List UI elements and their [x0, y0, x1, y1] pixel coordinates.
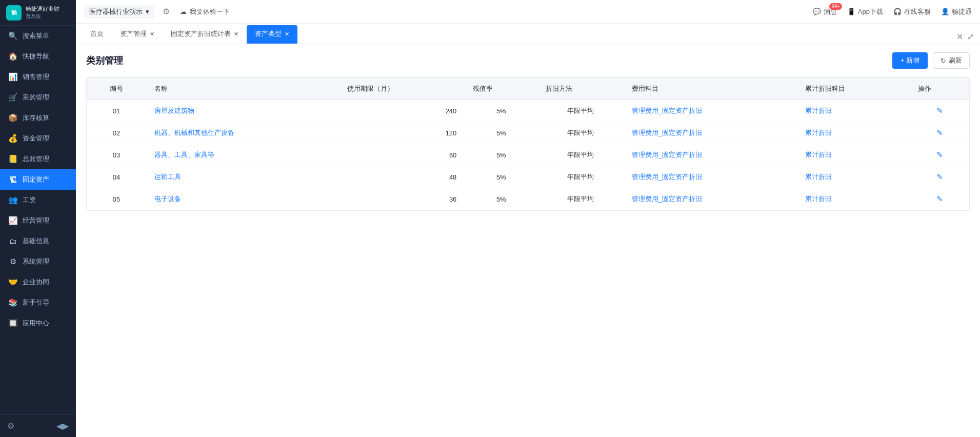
message-btn[interactable]: 💬 消息 99+ [813, 7, 837, 16]
inventory-icon: 📦 [8, 113, 17, 123]
cell-residual: 5% [465, 166, 537, 188]
table-body: 01 房屋及建筑物 240 5% 年限平均 管理费用_固定资产折旧 累计折旧 ✎… [87, 100, 969, 210]
sidebar-item-label: 搜索菜单 [23, 31, 49, 41]
sidebar-item-base-info[interactable]: 🗂 基础信息 [0, 231, 76, 251]
service-btn[interactable]: 🎧 在线客服 [893, 7, 931, 16]
sidebar-item-quick-nav[interactable]: 🏠 快捷导航 [0, 46, 76, 67]
page-title: 类别管理 [86, 54, 123, 67]
operations-icon: 📈 [8, 216, 17, 225]
cell-accum-account: 累计折旧 [797, 100, 910, 122]
app-logo-icon: 畅 [6, 5, 22, 21]
search-icon: 🔍 [8, 31, 17, 41]
base-info-icon: 🗂 [8, 236, 17, 246]
cell-name: 机器、机械和其他生产设备 [146, 122, 339, 144]
table-row: 04 运输工具 48 5% 年限平均 管理费用_固定资产折旧 累计折旧 ✎ [87, 166, 969, 188]
user-btn[interactable]: 👤 畅捷通 [941, 7, 972, 16]
cell-period: 120 [339, 122, 465, 144]
tab-close-fixed-asset-table[interactable]: ✕ [234, 31, 238, 37]
sidebar-item-search[interactable]: 🔍 搜索菜单 [0, 26, 76, 46]
tab-asset-mgmt[interactable]: 资产管理✕ [112, 25, 163, 44]
table-row: 03 器具、工具、家具等 60 5% 年限平均 管理费用_固定资产折旧 累计折旧… [87, 144, 969, 166]
table-column-header: 操作 [910, 78, 969, 100]
tab-home[interactable]: 首页 [82, 25, 112, 44]
tab-close-asset-type[interactable]: ✕ [285, 31, 289, 37]
cell-accum-account: 累计折旧 [797, 144, 910, 166]
cell-expense-account: 管理费用_固定资产折旧 [624, 166, 797, 188]
cell-action: ✎ [910, 100, 969, 122]
sidebar-item-label: 新手引导 [23, 298, 49, 307]
sidebar-item-system[interactable]: ⚙ 系统管理 [0, 251, 76, 272]
close-tab-icon[interactable]: ✕ [956, 32, 963, 42]
sidebar-item-app-center[interactable]: 🔲 应用中心 [0, 313, 76, 333]
table-column-header: 残值率 [465, 78, 537, 100]
table-header: 编号名称使用期限（月）残值率折旧方法费用科目累计折旧科目操作 [87, 78, 969, 100]
sidebar-item-label: 库存核算 [23, 113, 49, 123]
collapse-icon[interactable]: ◀▶ [56, 421, 69, 431]
ledger-icon: 📒 [8, 154, 17, 164]
sidebar-item-label: 经营管理 [23, 216, 49, 225]
sidebar: 畅 畅捷通好业财 普及版 🔍 搜索菜单 🏠 快捷导航 📊 销售管理 🛒 采购管理… [0, 0, 76, 437]
experience-btn[interactable]: ☁ 我要体验一下 [180, 7, 230, 16]
sidebar-item-label: 固定资产 [23, 175, 49, 184]
sidebar-item-ledger[interactable]: 📒 总账管理 [0, 149, 76, 169]
sidebar-item-fixed-asset[interactable]: 🏗 固定资产 [0, 169, 76, 190]
cell-id: 05 [87, 188, 146, 210]
sidebar-item-label: 快捷导航 [23, 52, 49, 61]
cell-expense-account: 管理费用_固定资产折旧 [624, 144, 797, 166]
tab-label-fixed-asset-table: 固定资产折旧统计表 [171, 29, 231, 38]
cell-accum-account: 累计折旧 [797, 166, 910, 188]
tabs-bar: 首页资产管理✕固定资产折旧统计表✕资产类型✕ ✕ ⤢ [76, 24, 980, 44]
tab-fixed-asset-table[interactable]: 固定资产折旧统计表✕ [163, 25, 247, 44]
cell-name: 运输工具 [146, 166, 339, 188]
sidebar-item-payroll[interactable]: 👥 工资 [0, 190, 76, 210]
edit-icon[interactable]: ✎ [936, 128, 943, 137]
cell-accum-account: 累计折旧 [797, 122, 910, 144]
cell-period: 36 [339, 188, 465, 210]
app-center-icon: 🔲 [8, 319, 17, 328]
edit-icon[interactable]: ✎ [936, 172, 943, 181]
tab-asset-type[interactable]: 资产类型✕ [247, 25, 297, 44]
sidebar-item-capital[interactable]: 💰 资金管理 [0, 128, 76, 149]
app-download-btn[interactable]: 📱 App下载 [847, 7, 883, 16]
refresh-icon: ↻ [941, 57, 946, 65]
quick-nav-icon: 🏠 [8, 52, 17, 61]
cell-name: 器具、工具、家具等 [146, 144, 339, 166]
cell-action: ✎ [910, 166, 969, 188]
edit-icon[interactable]: ✎ [936, 150, 943, 159]
sidebar-item-inventory[interactable]: 📦 库存核算 [0, 108, 76, 128]
topbar-right: 💬 消息 99+ 📱 App下载 🎧 在线客服 👤 畅捷通 [813, 7, 972, 16]
topbar: 医疗器械行业演示 ▾ ⚙ ☁ 我要体验一下 💬 消息 99+ 📱 App下载 🎧… [76, 0, 980, 24]
topbar-settings-icon[interactable]: ⚙ [163, 7, 170, 16]
sidebar-item-purchase[interactable]: 🛒 采购管理 [0, 87, 76, 108]
edit-icon[interactable]: ✎ [936, 194, 943, 203]
sidebar-item-sales[interactable]: 📊 销售管理 [0, 67, 76, 87]
guide-icon: 📚 [8, 298, 17, 307]
sidebar-item-operations[interactable]: 📈 经营管理 [0, 210, 76, 231]
sidebar-item-label: 工资 [23, 195, 36, 205]
refresh-button[interactable]: ↻ 刷新 [933, 52, 970, 69]
cell-action: ✎ [910, 144, 969, 166]
message-icon: 💬 [813, 8, 821, 15]
cell-expense-account: 管理费用_固定资产折旧 [624, 122, 797, 144]
asset-type-table: 编号名称使用期限（月）残值率折旧方法费用科目累计折旧科目操作 01 房屋及建筑物… [87, 77, 969, 210]
sidebar-item-guide[interactable]: 📚 新手引导 [0, 292, 76, 313]
app-download-icon: 📱 [847, 8, 855, 15]
tab-close-asset-mgmt[interactable]: ✕ [150, 31, 154, 37]
new-button[interactable]: + 新增 [892, 52, 928, 69]
cell-name: 房屋及建筑物 [146, 100, 339, 122]
cell-accum-account: 累计折旧 [797, 188, 910, 210]
cell-id: 01 [87, 100, 146, 122]
data-table-wrapper: 编号名称使用期限（月）残值率折旧方法费用科目累计折旧科目操作 01 房屋及建筑物… [86, 77, 970, 211]
demo-selector[interactable]: 医疗器械行业演示 ▾ [84, 5, 154, 18]
edit-icon[interactable]: ✎ [936, 106, 943, 115]
settings-icon[interactable]: ⚙ [7, 421, 14, 431]
table-row: 02 机器、机械和其他生产设备 120 5% 年限平均 管理费用_固定资产折旧 … [87, 122, 969, 144]
table-row: 01 房屋及建筑物 240 5% 年限平均 管理费用_固定资产折旧 累计折旧 ✎ [87, 100, 969, 122]
table-column-header: 费用科目 [624, 78, 797, 100]
app-logo-text: 畅捷通好业财 普及版 [26, 5, 59, 19]
cell-residual: 5% [465, 122, 537, 144]
tab-label-asset-mgmt: 资产管理 [120, 29, 147, 38]
expand-tab-icon[interactable]: ⤢ [967, 32, 974, 42]
sidebar-item-enterprise[interactable]: 🤝 企业协同 [0, 272, 76, 292]
tab-label-asset-type: 资产类型 [255, 29, 282, 38]
